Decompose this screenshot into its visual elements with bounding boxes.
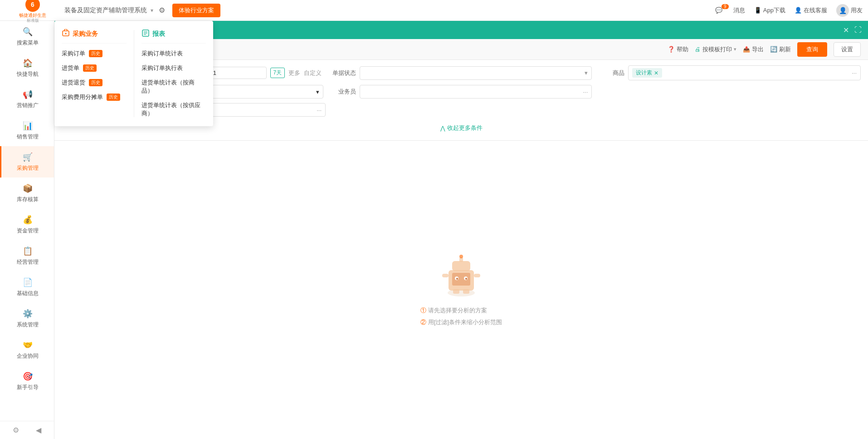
menu-item-po-exec[interactable]: 采购订单执行表: [141, 61, 206, 75]
purchase-order-label: 采购订单: [62, 49, 85, 58]
sidebar-label-search: 搜索菜单: [17, 39, 39, 47]
sidebar-item-collab[interactable]: 🤝 企业协同: [0, 334, 54, 365]
doc-status-control[interactable]: ▾: [360, 66, 592, 80]
user-action[interactable]: 👤 用友: [836, 4, 863, 17]
goods-tag: 设计素 ✕: [632, 68, 662, 78]
collapse-up-icon: ⋀: [440, 125, 445, 132]
app-download-action[interactable]: 📱 App下载: [754, 6, 785, 15]
svg-point-7: [456, 278, 458, 280]
rank-item-arrow: ▾: [316, 89, 319, 95]
industry-btn[interactable]: 体验行业方案: [172, 4, 220, 17]
header-right: 💬 9 消息 📱 App下载 👤 在线客服 👤 用友: [715, 4, 863, 17]
sidebar-label-purchase: 采购管理: [17, 164, 39, 172]
sidebar-label-marketing: 营销推广: [17, 102, 39, 109]
sidebar-settings-icon[interactable]: ⚙: [13, 426, 19, 434]
empty-illustration: [439, 252, 484, 297]
tab-close-all-icon[interactable]: ✕: [841, 24, 851, 36]
system-dropdown-arrow[interactable]: ▾: [151, 7, 153, 14]
empty-hint-1: ① 请先选择要分析的方案: [420, 305, 502, 316]
menu-item-return[interactable]: 进货退货 历史: [62, 75, 127, 90]
sidebar-label-inventory: 库存核算: [17, 196, 39, 203]
sidebar-collapse-icon[interactable]: ◀: [36, 426, 41, 434]
goods-filter: 商品 设计素 ✕ ···: [599, 65, 861, 80]
return-label: 进货退货: [62, 79, 85, 87]
logo-icon: 6: [25, 0, 40, 12]
goods-dots: ···: [852, 69, 857, 76]
online-service-label: 在线客服: [804, 6, 827, 15]
print-label: 按模板打印: [702, 45, 732, 54]
svg-rect-9: [442, 274, 449, 277]
date-more[interactable]: 更多: [288, 69, 300, 77]
sidebar-label-nav: 快捷导航: [17, 70, 39, 78]
help-action[interactable]: ❓ 帮助: [668, 45, 688, 54]
user-label: 用友: [851, 6, 863, 15]
goods-control[interactable]: 设计素 ✕ ···: [628, 65, 861, 80]
refresh-label: 刷新: [779, 45, 791, 54]
sidebar-item-search[interactable]: 🔍 搜索菜单: [0, 21, 54, 52]
empty-hint-2: ② 用[过滤]条件来缩小分析范围: [420, 316, 502, 328]
print-action[interactable]: 🖨 按模板打印 ▾: [695, 45, 736, 54]
sidebar-item-purchase[interactable]: 🛒 采购管理: [0, 146, 54, 178]
menu-item-incoming[interactable]: 进货单 历史: [62, 61, 127, 75]
menu-item-fee[interactable]: 采购费用分摊单 历史: [62, 90, 127, 104]
sidebar-item-guide[interactable]: 🎯 新手引导: [0, 365, 54, 397]
sidebar-item-inventory[interactable]: 📦 库存核算: [0, 178, 54, 209]
sidebar-item-marketing[interactable]: 📢 营销推广: [0, 84, 54, 115]
hint2-text: 用[过滤]条件来缩小分析范围: [428, 319, 502, 326]
sidebar-item-management[interactable]: 📋 经营管理: [0, 240, 54, 271]
print-dropdown-icon[interactable]: ▾: [734, 46, 736, 52]
sidebar-item-sales[interactable]: 📊 销售管理: [0, 115, 54, 146]
search-icon: 🔍: [22, 26, 33, 37]
query-button[interactable]: 查询: [797, 42, 827, 57]
goods-tag-close[interactable]: ✕: [654, 70, 658, 76]
help-label: 帮助: [677, 45, 688, 54]
export-action[interactable]: 📤 导出: [743, 45, 764, 54]
customer-dots: ···: [317, 107, 322, 113]
avatar: 👤: [836, 4, 849, 17]
message-action[interactable]: 💬 9 消息: [715, 6, 745, 15]
date-7days[interactable]: 7天: [270, 68, 285, 78]
svg-point-8: [465, 278, 467, 280]
sidebar: 🔍 搜索菜单 🏠 快捷导航 📢 营销推广 📊 销售管理 🛒 采购管理 📦 库存核…: [0, 21, 54, 439]
doc-status-label: 单据状态: [331, 69, 356, 77]
doc-status-filter: 单据状态 ▾: [331, 66, 592, 80]
sidebar-label-system: 系统管理: [17, 321, 39, 329]
finance-icon: 💰: [22, 214, 33, 225]
svg-text:6: 6: [31, 1, 34, 8]
logo-line1: 畅捷通好生意: [19, 13, 46, 18]
salesperson-control[interactable]: ···: [360, 85, 592, 99]
fee-label: 采购费用分摊单: [62, 93, 103, 101]
sidebar-label-sales: 销售管理: [17, 133, 39, 141]
menu-item-incoming-by-supplier[interactable]: 进货单统计表（按供应商）: [141, 98, 206, 121]
svg-rect-10: [474, 274, 480, 277]
sidebar-item-system[interactable]: ⚙️ 系统管理: [0, 303, 54, 334]
goods-label: 商品: [599, 69, 624, 77]
home-icon: 🏠: [22, 58, 33, 69]
refresh-icon: 🔄: [770, 46, 777, 53]
sidebar-label-guide: 新手引导: [17, 384, 39, 391]
refresh-action[interactable]: 🔄 刷新: [770, 45, 791, 54]
system-icon: ⚙️: [22, 308, 33, 319]
help-icon: ❓: [668, 46, 675, 53]
system-title-text: 装备及固定资产辅助管理系统: [64, 6, 147, 15]
menu-item-incoming-by-goods[interactable]: 进货单统计表（按商品）: [141, 75, 206, 98]
settings-button[interactable]: 设置: [834, 42, 861, 57]
logo-line2: 标准版: [19, 18, 46, 23]
sidebar-item-finance[interactable]: 💰 资金管理: [0, 209, 54, 240]
message-badge: 9: [722, 4, 729, 9]
online-service-action[interactable]: 👤 在线客服: [795, 6, 827, 15]
settings-cog-icon[interactable]: ⚙: [159, 6, 165, 15]
menu-item-purchase-order[interactable]: 采购订单 历史: [62, 46, 127, 61]
fee-history: 历史: [107, 94, 120, 101]
sidebar-label-basic-info: 基础信息: [17, 290, 39, 297]
menu-item-po-stats[interactable]: 采购订单统计表: [141, 46, 206, 61]
sidebar-item-basic-info[interactable]: 📄 基础信息: [0, 271, 54, 303]
tab-expand-icon[interactable]: ⛶: [853, 24, 863, 36]
inventory-icon: 📦: [22, 183, 33, 194]
svg-rect-4: [452, 273, 470, 286]
po-exec-label: 采购订单执行表: [141, 64, 183, 72]
menu-section-purchase: 采购业务 采购订单 历史 进货单 历史 进货退货 历史 采购费用分摊单 历史: [54, 26, 134, 121]
svg-rect-14: [453, 289, 459, 294]
sidebar-item-nav[interactable]: 🏠 快捷导航: [0, 52, 54, 84]
date-custom[interactable]: 自定义: [304, 69, 322, 77]
